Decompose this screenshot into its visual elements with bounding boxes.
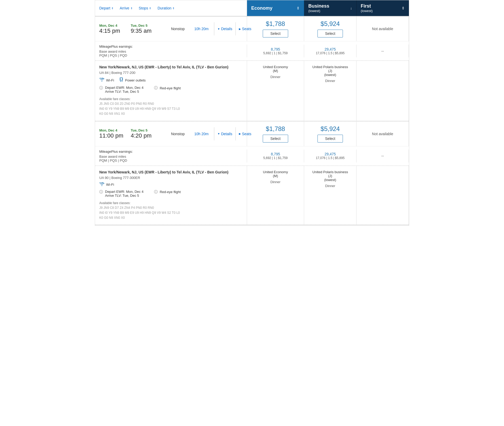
flight-1-stops: Nonstop	[165, 27, 191, 31]
sort-stops[interactable]: Stops ⇕	[139, 6, 151, 10]
header-economy-col: Economy ⇕	[247, 0, 304, 16]
flight-2-detail-row: New York/Newark, NJ, US (EWR - Liberty) …	[95, 166, 409, 225]
flight-2-economy-select-btn[interactable]: Select	[263, 135, 288, 143]
fare-line1-1: J5 JN5 C0 D0 Z0 ZN0 P0 PN0 R0 RN0	[99, 101, 243, 106]
flight-1-first-cabin	[357, 61, 409, 121]
flight-1-arrive: Tue, Dec 5 9:35 am	[131, 24, 165, 34]
flight-1-detail-info: New York/Newark, NJ, US (EWR - Liberty) …	[95, 61, 247, 121]
flight-1-miles-economy-sub: 5,692 | 1 | $1,759	[263, 51, 288, 55]
flight-2-business-select-label: Select	[325, 136, 335, 141]
fare-line1-2: J9 JN9 C8 D7 Z4 ZN4 P4 PN0 R0 RN0	[99, 205, 243, 210]
flight-2-arrive-line: Arrive TLV: Tue, Dec 5	[105, 194, 144, 198]
power-icon	[119, 77, 123, 83]
flight-2-mileage-label: MileagePlus earnings:	[99, 150, 243, 154]
flight-2-fare-classes: Available fare classes: J9 JN9 C8 D7 Z4 …	[99, 201, 243, 221]
flight-2-num: UA 90	[99, 176, 108, 180]
flight-2-business-select-btn[interactable]: Select	[317, 135, 343, 143]
flight-1-mileage-business: 29,475 17,076 | 1.5 | $5,895	[304, 45, 357, 57]
sort-duration[interactable]: Duration ⇕	[157, 6, 174, 10]
flight-1-business-cabin-name: United Polaris business (J) (lowest)	[313, 65, 348, 77]
flight-1-economy-amount: $1,788	[266, 20, 285, 28]
flight-2-miles-business-main: 29,475	[325, 152, 336, 156]
business-arrow[interactable]: ↓	[350, 6, 352, 10]
economy-arrow[interactable]: ⇕	[297, 6, 300, 10]
redeye-icon-2: ⓘ	[154, 190, 158, 194]
flight-2-main-row: Mon, Dec 4 11:00 pm Tue, Dec 5 4:20 pm N…	[95, 122, 409, 146]
flight-1-details-btn[interactable]: ▼ Details	[214, 25, 235, 33]
flight-1-main-row: Mon, Dec 4 4:15 pm Tue, Dec 5 9:35 am No…	[95, 17, 409, 41]
flight-block-1: Mon, Dec 4 4:15 pm Tue, Dec 5 9:35 am No…	[95, 17, 409, 122]
flight-1-arrive-time: 9:35 am	[131, 28, 165, 34]
wifi-icon-2	[99, 182, 105, 187]
flight-1-duration-link[interactable]: 10h 20m	[194, 27, 209, 31]
flight-1-route: New York/Newark, NJ, US (EWR - Liberty) …	[99, 65, 243, 69]
flight-2-economy-price: $1,788 Select	[247, 122, 304, 146]
first-arrow[interactable]: ⇕	[402, 6, 405, 10]
flight-2-details-btn[interactable]: ▼ Details	[214, 130, 235, 138]
flight-2-business-cabin: United Polaris business (J) (lowest) Din…	[304, 166, 357, 225]
details-2-arrow-icon: ▼	[217, 132, 220, 135]
sort-arrive[interactable]: Arrive ⇕	[120, 6, 133, 10]
header-business-col: Business (lowest) ↓	[304, 0, 357, 16]
fare-line2-2: IN0 I0 Y9 YN9 B9 M9 E9 U9 H9 HN9 Q9 V9 W…	[99, 210, 243, 215]
flight-block-2: Mon, Dec 4 11:00 pm Tue, Dec 5 4:20 pm N…	[95, 122, 409, 226]
flight-1-business-select-btn[interactable]: Select	[317, 30, 343, 37]
flight-1-redeye: ⓘ Red-eye flight	[154, 86, 181, 90]
flight-2-stops: Nonstop	[165, 132, 191, 136]
flight-2-depart-line1: Depart EWR: Mon, Dec 4	[105, 190, 144, 194]
flight-2-detail-info: New York/Newark, NJ, US (EWR - Liberty) …	[95, 166, 247, 225]
flight-1-mileage-sub2: PQM | PQS | PQD	[99, 53, 127, 57]
flight-1-economy-price: $1,788 Select	[247, 17, 304, 41]
flight-2-duration: 10h 20m	[191, 132, 212, 136]
flight-1-economy-cabin-name: United Economy (M)	[263, 65, 288, 73]
flight-1-economy-meal: Dinner	[270, 75, 280, 79]
flight-2-base-award-label: Base award miles PQM | PQS | PQD	[99, 155, 127, 162]
flight-2-depart-time: 11:00 pm	[99, 132, 131, 139]
flight-1-miles-business-sub: 17,076 | 1.5 | $5,895	[316, 51, 345, 55]
sort-arrive-label: Arrive	[120, 6, 129, 10]
flight-1-depart-redeye: ⓘ Depart EWR: Mon, Dec 4 Arrive TLV: Tue…	[99, 86, 243, 95]
flight-2-arrive-time: 4:20 pm	[131, 132, 165, 139]
flight-1-depart-time: 4:15 pm	[99, 28, 131, 34]
flight-1-arrive-line: Arrive TLV: Tue, Dec 5	[105, 90, 144, 94]
sort-depart-label: Depart	[99, 6, 110, 10]
flight-2-economy-amount: $1,788	[266, 125, 285, 133]
flight-1-mileage-row: MileagePlus earnings: Base award miles P…	[95, 41, 409, 61]
fare-classes-codes-1: J5 JN5 C0 D0 Z0 ZN0 P0 PN0 R0 RN0 IN0 I0…	[99, 101, 243, 117]
flight-2-times: Mon, Dec 4 11:00 pm Tue, Dec 5 4:20 pm N…	[95, 122, 247, 146]
flight-1-mileage-label-col: MileagePlus earnings: Base award miles P…	[95, 45, 247, 57]
details-arrow-icon: ▼	[217, 28, 220, 30]
flight-1-num: UA 84	[99, 71, 108, 75]
flight-1-business-price: $5,924 Select	[304, 17, 357, 41]
header-row: Depart ⇕ Arrive ⇕ Stops ⇕ Duration ⇕ Eco…	[95, 0, 409, 17]
flight-1-miles-business-main: 29,475	[325, 47, 336, 51]
flight-2-duration-link[interactable]: 10h 20m	[194, 132, 209, 136]
sort-stops-label: Stops	[139, 6, 148, 10]
flight-1-economy-select-btn[interactable]: Select	[263, 30, 288, 37]
flight-2-economy-cabin-name: United Economy (M)	[263, 170, 288, 178]
business-title: Business	[308, 3, 329, 9]
sort-depart[interactable]: Depart ⇕	[99, 6, 113, 10]
flight-1-depart: Mon, Dec 4 4:15 pm	[99, 24, 131, 34]
flight-2-economy-select-label: Select	[270, 136, 281, 141]
sort-depart-arrows: ⇕	[111, 7, 113, 10]
fare-classes-label-1: Available fare classes:	[99, 97, 243, 101]
flight-2-first-cabin	[357, 166, 409, 225]
sort-arrive-arrows: ⇕	[130, 7, 133, 10]
flight-1-mileage-label: MileagePlus earnings:	[99, 45, 243, 48]
flight-1-business-select-label: Select	[325, 31, 335, 36]
sort-duration-arrows: ⇕	[172, 7, 174, 10]
flight-2-details-label: Details	[221, 132, 232, 136]
flight-2-mileage-first: --	[357, 150, 409, 162]
seats-arrow-icon: ▶	[239, 28, 241, 30]
first-title-group: First (lowest)	[361, 3, 373, 13]
flight-1-times: Mon, Dec 4 4:15 pm Tue, Dec 5 9:35 am No…	[95, 17, 247, 41]
flight-2-economy-meal: Dinner	[270, 180, 280, 184]
flight-2-route: New York/Newark, NJ, US (EWR - Liberty) …	[99, 170, 243, 174]
flight-2-business-price: $5,924 Select	[304, 122, 357, 146]
fare-line3-1: K0 G0 N9 XN1 X0	[99, 111, 243, 116]
flight-2-mileage-sub1: Base award miles	[99, 155, 127, 159]
flight-2-wifi: Wi-Fi	[99, 182, 114, 187]
fare-classes-codes-2: J9 JN9 C8 D7 Z4 ZN4 P4 PN0 R0 RN0 IN0 I0…	[99, 205, 243, 221]
economy-title: Economy	[251, 6, 272, 11]
